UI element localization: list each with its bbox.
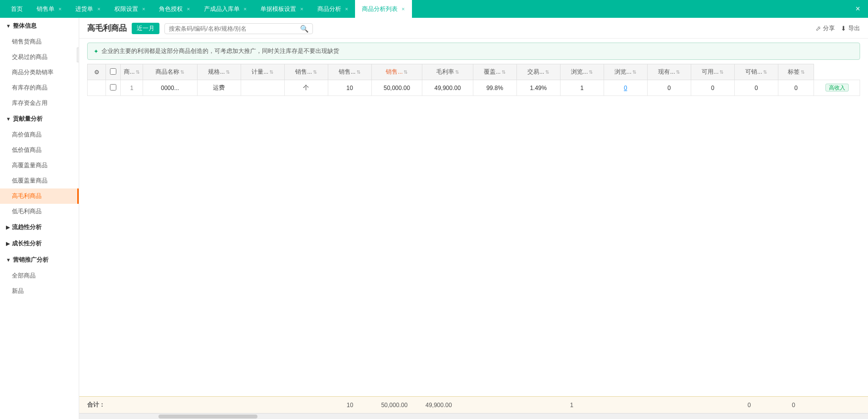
col-sellable[interactable]: 可销...⇅ [734,64,778,80]
row-sales-amount: 50,000.00 [371,80,422,96]
nav-tab-template-close[interactable]: × [300,6,303,12]
sidebar-collapse-button[interactable]: 《 [77,47,79,62]
row-sales-cost: 49,900.00 [422,80,473,96]
filter-month-button[interactable]: 近一月 [132,23,159,34]
sidebar-item-category-rate[interactable]: 商品分类助销率 [0,65,79,80]
table-footer: 合计： 10 50,000.00 49,900.00 1 0 0 [79,396,868,413]
content-header: 高毛利商品 近一月 🔍 ⬀ 分享 ⬇ 导出 [79,18,868,39]
share-button[interactable]: ⬀ 分享 [816,24,835,33]
sidebar: ▼ 整体信息 销售货商品 交易过的商品 商品分类助销率 有库存的商品 库存资金占… [0,18,79,419]
sidebar-group-trend[interactable]: ▶ 流趋性分析 [0,219,79,235]
chevron-down-icon-2: ▼ [6,116,11,122]
sidebar-item-high-value[interactable]: 高价值商品 [0,127,79,142]
sidebar-item-high-margin[interactable]: 高毛利商品 [0,188,79,204]
row-browse1[interactable]: 0 [604,80,647,96]
search-input[interactable] [169,25,298,32]
col-sales-cost[interactable]: 销售...⇅ [371,64,422,80]
nav-close-all-button[interactable]: × [852,4,864,13]
nav-tab-sales[interactable]: 销售单 × [30,0,68,18]
chevron-right-icon: ▶ [6,225,10,230]
sidebar-item-new-goods[interactable]: 新品 [0,283,79,299]
sidebar-item-all-goods[interactable]: 全部商品 [0,268,79,283]
row-current-stock: 0 [691,80,734,96]
col-tag[interactable]: 标签⇅ [778,64,814,80]
row-checkbox[interactable] [106,80,121,96]
col-code[interactable]: 商...⇅ [121,64,143,80]
col-name[interactable]: 商品名称⇅ [143,64,198,80]
col-current-stock[interactable]: 现有...⇅ [647,64,691,80]
nav-tab-permissions-close[interactable]: × [142,6,145,12]
sidebar-item-high-coverage[interactable]: 高覆盖量商品 [0,158,79,173]
col-margin-rate[interactable]: 毛利率⇅ [422,64,473,80]
sidebar-item-in-stock[interactable]: 有库存的商品 [0,80,79,95]
col-trade[interactable]: 交易...⇅ [516,64,560,80]
top-nav: 首页 销售单 × 进货单 × 权限设置 × 角色授权 × 产成品入库单 × 单据… [0,0,868,18]
horizontal-scrollbar[interactable] [79,413,868,419]
settings-icon: ⚙ [94,69,100,76]
footer-sellable: 0 [771,402,816,409]
row-name: 运费 [197,80,241,96]
header-actions: ⬀ 分享 ⬇ 导出 [816,24,860,33]
search-icon[interactable]: 🔍 [300,25,308,33]
row-margin-rate: 99.8% [473,80,516,96]
col-settings[interactable]: ⚙ [88,64,106,80]
chevron-right-icon-2: ▶ [6,241,10,246]
row-sellable: 0 [778,80,814,96]
nav-tab-analysis-close[interactable]: × [345,6,348,12]
nav-tab-production[interactable]: 产成品入库单 × [197,0,254,18]
export-button[interactable]: ⬇ 导出 [841,24,860,33]
sidebar-item-low-value[interactable]: 低价值商品 [0,142,79,158]
row-sales-qty: 10 [328,80,371,96]
col-browse2[interactable]: 浏览...⇅ [604,64,647,80]
footer-sales-cost: 49,900.00 [416,402,461,409]
col-unit[interactable]: 计量...⇅ [241,64,284,80]
sidebar-item-low-coverage[interactable]: 低覆盖量商品 [0,173,79,188]
nav-tab-purchase[interactable]: 进货单 × [68,0,107,18]
sidebar-item-low-margin[interactable]: 低毛利商品 [0,204,79,219]
table-body: 1 0000... 运费 个 10 50,000.00 49,900.00 99… [88,80,860,96]
row-browse2: 0 [647,80,691,96]
scrollbar-thumb[interactable] [158,415,257,419]
collapse-icon: 《 [78,51,79,59]
footer-available: 0 [727,402,771,409]
footer-sales-amount: 50,000.00 [372,402,417,409]
row-spec [241,80,284,96]
nav-tab-analysis-list[interactable]: 商品分析列表 × [355,0,411,18]
table-header-row: ⚙ 商...⇅ 商品名称⇅ 规格...⇅ [88,64,860,80]
nav-tab-permissions[interactable]: 权限设置 × [107,0,152,18]
nav-tab-roles[interactable]: 角色授权 × [152,0,197,18]
nav-tab-sales-close[interactable]: × [58,6,61,12]
col-available[interactable]: 可用...⇅ [691,64,734,80]
col-checkbox[interactable] [106,64,121,80]
row-code: 0000... [143,80,198,96]
nav-tab-roles-close[interactable]: × [187,6,190,12]
nav-tab-template[interactable]: 单据模板设置 × [254,0,310,18]
sidebar-group-marketing[interactable]: ▼ 营销推广分析 [0,252,79,268]
col-sales-qty[interactable]: 销售...⇅ [284,64,328,80]
info-banner: ✦ 企业的主要的利润都是这部分商品创造的，可考虑加大推广，同时关注库存是不要出现… [87,43,860,60]
nav-tab-production-close[interactable]: × [244,6,247,12]
nav-tab-analysis-list-close[interactable]: × [402,6,405,12]
col-sales-amount[interactable]: 销售...⇅ [328,64,371,80]
sidebar-item-traded-goods[interactable]: 交易过的商品 [0,49,79,65]
page-title: 高毛利商品 [87,23,127,34]
row-settings [88,80,106,96]
sidebar-group-growth[interactable]: ▶ 成长性分析 [0,235,79,252]
info-icon: ✦ [94,48,99,55]
nav-tab-home[interactable]: 首页 [4,0,30,18]
col-coverage[interactable]: 覆盖...⇅ [473,64,516,80]
footer-sales-qty: 10 [328,402,372,409]
sidebar-group-overall[interactable]: ▼ 整体信息 [0,18,79,34]
row-num: 1 [121,80,143,96]
col-browse1[interactable]: 浏览...⇅ [560,64,604,80]
row-trade: 1 [560,80,604,96]
select-all-checkbox[interactable] [110,68,116,75]
sidebar-group-contribution[interactable]: ▼ 贡献量分析 [0,111,79,127]
sidebar-item-stock-capital[interactable]: 库存资金占用 [0,95,79,111]
nav-tab-purchase-close[interactable]: × [97,6,100,12]
sidebar-item-sales-goods[interactable]: 销售货商品 [0,34,79,49]
col-spec[interactable]: 规格...⇅ [197,64,241,80]
table-container: ⚙ 商...⇅ 商品名称⇅ 规格...⇅ [79,64,868,396]
nav-tab-analysis[interactable]: 商品分析 × [310,0,355,18]
row-available: 0 [734,80,778,96]
